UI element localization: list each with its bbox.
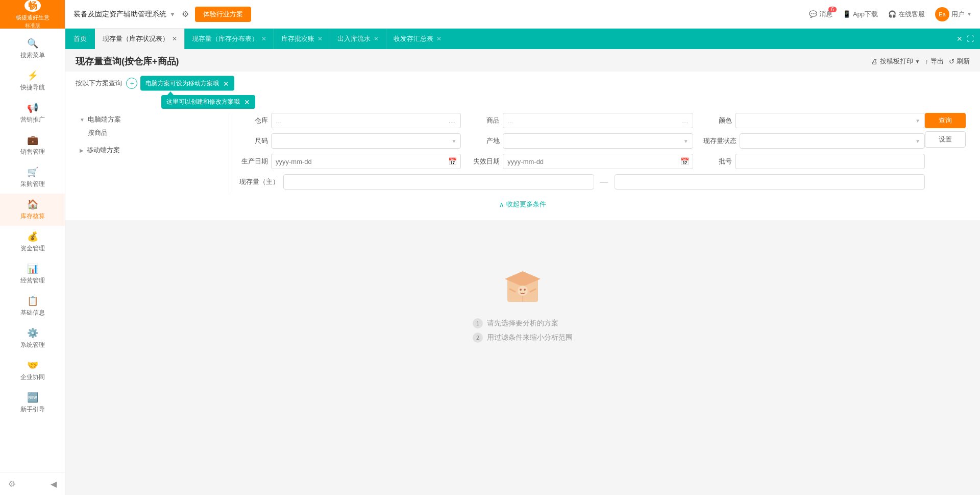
sidebar-item-label: 资金管理 <box>20 244 45 253</box>
filter-row-3: 生产日期 📅 失效日期 <box>239 154 925 169</box>
reset-btn[interactable]: 设置 <box>925 131 966 148</box>
color-select[interactable]: ▼ <box>735 113 925 128</box>
page-actions: 🖨 按模板打印 ▼ ↑ 导出 ↺ 刷新 <box>871 57 970 66</box>
scheme-child-goods[interactable]: 按商品 <box>80 126 229 139</box>
sales-icon: 💼 <box>27 134 38 146</box>
sidebar-item-basic[interactable]: 📋 基础信息 <box>0 290 65 322</box>
add-tooltip-text: 电脑方案可设为移动方案哦 <box>145 79 219 88</box>
sidebar-item-finance[interactable]: 💰 资金管理 <box>0 226 65 258</box>
sidebar-item-purchase[interactable]: 🛒 采购管理 <box>0 161 65 194</box>
tab-batch-account[interactable]: 库存批次账 ✕ <box>274 29 330 49</box>
stock-qty-start[interactable] <box>283 174 594 190</box>
print-btn[interactable]: 🖨 按模板打印 ▼ <box>871 57 920 66</box>
sidebar-item-sales[interactable]: 💼 销售管理 <box>0 129 65 161</box>
tab-close-inventory-dist[interactable]: ✕ <box>261 35 266 42</box>
sidebar-item-system[interactable]: ⚙️ 系统管理 <box>0 322 65 355</box>
form-cell-warehouse: 仓库 ... … <box>239 113 461 128</box>
sidebar-item-label: 基础信息 <box>20 309 45 317</box>
guide-icon: 🆕 <box>27 392 38 403</box>
filter-actions: ＋ 电脑方案可设为移动方案哦 ✕ ✎ « <box>126 78 166 89</box>
content-area: 现存量查询(按仓库+商品) 🖨 按模板打印 ▼ ↑ 导出 ↺ 刷新 <box>65 49 980 495</box>
refresh-btn[interactable]: ↺ 刷新 <box>949 57 970 66</box>
size-arrow: ▼ <box>451 138 456 144</box>
basic-icon: 📋 <box>27 295 38 307</box>
enterprise-icon: 🤝 <box>27 360 38 371</box>
notification-badge: 6 <box>828 7 837 12</box>
topbar-gear-icon[interactable]: ⚙ <box>182 9 189 19</box>
sidebar-item-quick[interactable]: ⚡ 快捷导航 <box>0 65 65 97</box>
tab-home[interactable]: 首页 <box>65 29 95 49</box>
tab-in-out-flow[interactable]: 出入库流水 ✕ <box>330 29 386 49</box>
sidebar: 畅 畅捷通好生意 标准版 🔍 搜索菜单 ⚡ 快捷导航 📢 营销推广 💼 销售管理… <box>0 0 65 495</box>
batch-input[interactable] <box>735 154 925 169</box>
stock-qty-end[interactable] <box>615 174 925 190</box>
add-scheme-btn[interactable]: ＋ <box>126 78 137 89</box>
sidebar-item-operation[interactable]: 📊 经营管理 <box>0 258 65 290</box>
refresh-icon: ↺ <box>949 58 954 65</box>
user-avatar: Ea <box>935 7 949 21</box>
desktop-arrow: ▼ <box>80 117 85 123</box>
batch-label: 批号 <box>703 157 732 166</box>
export-icon: ↑ <box>925 58 929 65</box>
goods-select[interactable]: ... … <box>503 113 693 128</box>
stock-status-select[interactable]: ▼ <box>740 133 925 149</box>
collapse-row[interactable]: ∧ 收起更多条件 <box>76 195 970 214</box>
filter-area: 按以下方案查询 ＋ 电脑方案可设为移动方案哦 ✕ ✎ <box>65 72 980 220</box>
notification-bell[interactable]: 💬 消息 6 <box>809 10 832 19</box>
user-area[interactable]: Ea 用户 ▼ <box>935 7 972 21</box>
app-download-label: App下载 <box>853 10 878 19</box>
add-tooltip-close[interactable]: ✕ <box>223 79 229 87</box>
settings-icon[interactable]: ⚙ <box>8 479 15 489</box>
edit-tooltip-close[interactable]: ✕ <box>244 98 250 106</box>
form-cell-origin: 产地 ▼ <box>471 133 693 149</box>
tab-in-out-flow-label: 出入库流水 <box>337 34 371 43</box>
user-label: 用户 <box>951 10 965 19</box>
expire-date-start[interactable] <box>503 154 693 169</box>
warehouse-select[interactable]: ... … <box>271 113 461 128</box>
tab-close-in-out-flow[interactable]: ✕ <box>374 35 379 42</box>
tab-batch-account-label: 库存批次账 <box>281 34 314 43</box>
tab-collect-summary[interactable]: 收发存汇总表 ✕ <box>386 29 449 49</box>
refresh-label: 刷新 <box>957 57 970 66</box>
sidebar-item-enterprise[interactable]: 🤝 企业协同 <box>0 355 65 387</box>
empty-step-2-text: 用过滤条件来缩小分析范围 <box>487 333 573 342</box>
sidebar-item-search[interactable]: 🔍 搜索菜单 <box>0 33 65 65</box>
form-cell-goods: 商品 ... … <box>471 113 693 128</box>
produce-date-start[interactable] <box>271 154 461 169</box>
filter-form-area: 仓库 ... … 商品 ... … <box>229 113 925 195</box>
tabbar-maximize-icon[interactable]: ⛶ <box>967 35 974 43</box>
stock-qty-label: 现存量（主） <box>239 177 279 186</box>
export-btn[interactable]: ↑ 导出 <box>925 57 944 66</box>
add-tooltip-wrap: 电脑方案可设为移动方案哦 ✕ <box>140 76 234 91</box>
tab-inventory-status[interactable]: 现存量（库存状况表） ✕ <box>95 29 184 49</box>
tab-close-collect-summary[interactable]: ✕ <box>436 35 442 42</box>
tab-close-batch-account[interactable]: ✕ <box>317 35 323 42</box>
form-buttons: 查询 设置 <box>925 113 970 148</box>
goods-more-icon: … <box>682 117 689 125</box>
sidebar-collapse-icon[interactable]: ◀ <box>51 479 57 489</box>
tab-inventory-dist[interactable]: 现存量（库存分布表） ✕ <box>184 29 274 49</box>
tabbar-close-all-icon[interactable]: ✕ <box>957 35 963 43</box>
tab-close-inventory-status[interactable]: ✕ <box>172 35 177 42</box>
search-icon: 🔍 <box>27 38 38 49</box>
scheme-mobile-node[interactable]: ▶ 移动端方案 <box>80 144 229 157</box>
origin-select[interactable]: ▼ <box>503 133 693 149</box>
online-service-link[interactable]: 🎧 在线客服 <box>888 10 925 19</box>
form-cell-produce-date: 生产日期 📅 <box>239 154 461 169</box>
expire-date-start-icon[interactable]: 📅 <box>680 157 689 166</box>
size-select[interactable]: ▼ <box>271 133 461 149</box>
sidebar-item-inventory[interactable]: 🏠 库存核算 <box>0 194 65 226</box>
topbar-dropdown-arrow[interactable]: ▼ <box>169 11 176 18</box>
sidebar-item-guide[interactable]: 🆕 新手引导 <box>0 387 65 419</box>
scheme-tree-panel: ▼ 电脑端方案 按商品 ▶ 移动端方案 <box>76 113 229 157</box>
empty-step-1: 1 请先选择要分析的方案 <box>473 318 573 328</box>
scheme-desktop-node[interactable]: ▼ 电脑端方案 <box>80 113 229 126</box>
experience-btn[interactable]: 体验行业方案 <box>195 7 251 22</box>
purchase-icon: 🛒 <box>27 167 38 178</box>
sidebar-item-marketing[interactable]: 📢 营销推广 <box>0 97 65 129</box>
search-btn[interactable]: 查询 <box>925 113 966 128</box>
system-icon: ⚙️ <box>27 327 38 339</box>
filter-label: 按以下方案查询 <box>76 79 122 88</box>
produce-date-start-icon[interactable]: 📅 <box>448 157 457 166</box>
app-download-link[interactable]: 📱 App下载 <box>843 10 878 19</box>
